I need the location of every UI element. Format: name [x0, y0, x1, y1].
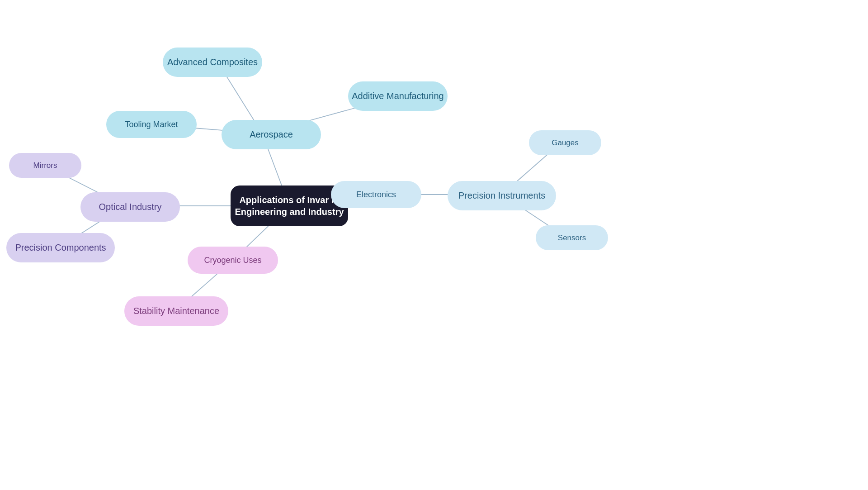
aerospace-node: Aerospace [222, 120, 321, 149]
additive-manufacturing-node: Additive Manufacturing [348, 81, 448, 111]
precision-instruments-node: Precision Instruments [448, 181, 556, 210]
precision-components-node: Precision Components [6, 233, 115, 262]
sensors-node: Sensors [536, 225, 608, 250]
mirrors-node: Mirrors [9, 153, 81, 178]
electronics-node: Electronics [331, 181, 421, 208]
center-node: Applications of Invar in Engineering and… [231, 186, 348, 226]
stability-maintenance-node: Stability Maintenance [124, 296, 228, 326]
cryogenic-uses-node: Cryogenic Uses [188, 247, 278, 274]
optical-industry-node: Optical Industry [80, 192, 180, 222]
advanced-composites-node: Advanced Composites [163, 48, 262, 77]
tooling-market-node: Tooling Market [106, 111, 197, 138]
gauges-node: Gauges [529, 130, 601, 155]
